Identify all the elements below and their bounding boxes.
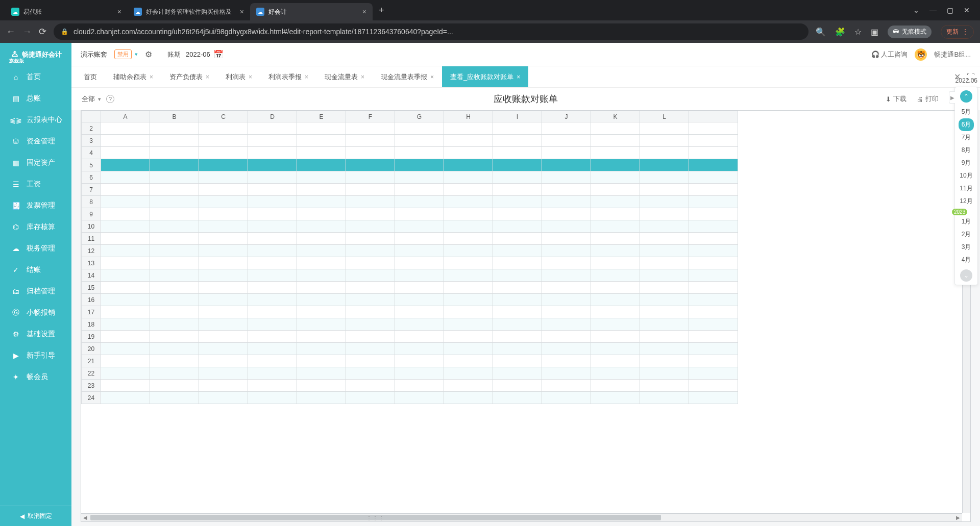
cell[interactable] (248, 184, 297, 196)
cell[interactable] (640, 196, 689, 208)
cell[interactable] (493, 208, 542, 220)
reload-button[interactable]: ⟳ (39, 26, 46, 37)
cell[interactable] (395, 135, 444, 147)
sheet-row[interactable]: 4 (82, 147, 738, 159)
sidebar-item-基础设置[interactable]: ⚙基础设置 (0, 323, 71, 345)
sidebar-item-云报表中心[interactable]: ⫹⫺云报表中心 (0, 109, 71, 131)
cell[interactable] (297, 367, 346, 380)
cell[interactable] (591, 367, 640, 380)
row-number[interactable]: 23 (82, 380, 101, 392)
row-number[interactable]: 21 (82, 355, 101, 367)
sheet-row[interactable]: 14 (82, 269, 738, 282)
cell[interactable] (395, 196, 444, 208)
cell[interactable] (640, 135, 689, 147)
row-number[interactable]: 17 (82, 306, 101, 318)
cell[interactable] (395, 257, 444, 269)
cell[interactable] (542, 184, 591, 196)
cell[interactable] (395, 343, 444, 355)
star-icon[interactable]: ☆ (854, 27, 862, 37)
column-header[interactable]: G (395, 111, 444, 122)
period-value[interactable]: 2022-06 (186, 51, 210, 58)
app-icon[interactable]: ▣ (871, 27, 878, 37)
cell[interactable] (199, 318, 248, 331)
cell[interactable] (640, 392, 689, 404)
cell[interactable] (346, 331, 395, 343)
cell[interactable] (444, 318, 493, 331)
cell[interactable] (493, 380, 542, 392)
cell[interactable] (346, 257, 395, 269)
app-tab[interactable]: 利润表季报× (260, 66, 316, 87)
cell[interactable] (493, 269, 542, 282)
help-icon[interactable]: ? (106, 95, 114, 103)
url-input[interactable]: 🔒 cloud2.chanjet.com/accounting/uh26t264… (54, 23, 808, 40)
cell[interactable] (493, 159, 542, 171)
browser-tab[interactable]: ☁ 好会计财务管理软件购买价格及 × (128, 3, 250, 20)
app-tab[interactable]: 资产负债表× (161, 66, 217, 87)
cell[interactable] (689, 331, 738, 343)
sheet-row[interactable]: 23 (82, 380, 738, 392)
cell[interactable] (297, 147, 346, 159)
cell[interactable] (101, 343, 150, 355)
cell[interactable] (346, 392, 395, 404)
new-tab-button[interactable]: + (373, 5, 390, 16)
cell[interactable] (199, 282, 248, 294)
cell[interactable] (248, 171, 297, 184)
cell[interactable] (297, 171, 346, 184)
month-option[interactable]: 9月 (959, 157, 974, 169)
cell[interactable] (199, 392, 248, 404)
cell[interactable] (395, 220, 444, 233)
row-number[interactable]: 15 (82, 282, 101, 294)
cell[interactable] (689, 233, 738, 245)
cell[interactable] (248, 257, 297, 269)
cell[interactable] (199, 331, 248, 343)
cell[interactable] (542, 220, 591, 233)
cell[interactable] (542, 122, 591, 135)
cell[interactable] (640, 184, 689, 196)
cell[interactable] (248, 196, 297, 208)
cell[interactable] (248, 367, 297, 380)
cell[interactable] (493, 392, 542, 404)
cell[interactable] (150, 122, 199, 135)
sheet-row[interactable]: 17 (82, 306, 738, 318)
row-number[interactable]: 7 (82, 184, 101, 196)
cell[interactable] (101, 135, 150, 147)
cell[interactable] (395, 318, 444, 331)
cell[interactable] (689, 220, 738, 233)
cell[interactable] (150, 245, 199, 257)
sheet-row[interactable]: 7 (82, 184, 738, 196)
row-number[interactable]: 5 (82, 159, 101, 171)
cell[interactable] (591, 122, 640, 135)
tab-close-icon[interactable]: × (150, 73, 153, 81)
cell[interactable] (591, 343, 640, 355)
cell[interactable] (542, 282, 591, 294)
sheet-row[interactable]: 11 (82, 233, 738, 245)
cell[interactable] (101, 122, 150, 135)
cell[interactable] (101, 196, 150, 208)
cell[interactable] (199, 294, 248, 306)
cell[interactable] (689, 171, 738, 184)
month-option[interactable]: 7月 (959, 131, 974, 144)
cell[interactable] (150, 318, 199, 331)
cell[interactable] (150, 343, 199, 355)
back-button[interactable]: ← (6, 27, 15, 37)
cell[interactable] (101, 147, 150, 159)
cell[interactable] (542, 343, 591, 355)
sheet-row[interactable]: 22 (82, 367, 738, 380)
sidebar-item-归档管理[interactable]: 🗂归档管理 (0, 281, 71, 302)
cell[interactable] (689, 184, 738, 196)
cell[interactable] (689, 122, 738, 135)
sidebar-item-结账[interactable]: ✓结账 (0, 259, 71, 281)
tab-close-icon[interactable]: × (117, 8, 121, 16)
cell[interactable] (542, 208, 591, 220)
sidebar-item-发票管理[interactable]: 🧾发票管理 (0, 195, 71, 216)
column-header[interactable]: L (640, 111, 689, 122)
cell[interactable] (150, 331, 199, 343)
consult-link[interactable]: 🎧 人工咨询 (871, 50, 908, 59)
row-number[interactable]: 8 (82, 196, 101, 208)
cell[interactable] (689, 306, 738, 318)
month-option[interactable]: 5月 (959, 106, 974, 118)
cell[interactable] (248, 208, 297, 220)
cell[interactable] (346, 196, 395, 208)
extension-icon[interactable]: 🧩 (835, 27, 845, 37)
cell[interactable] (542, 257, 591, 269)
